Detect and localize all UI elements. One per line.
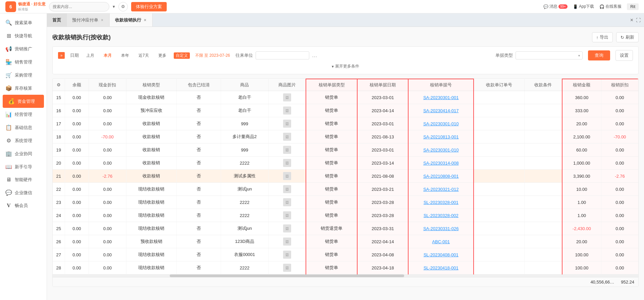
row-verify-type: 收款核销 [126,117,177,130]
row-verify-doc-no[interactable]: SL-20230328-002 [408,209,474,222]
export-button[interactable]: ↑ 导出 [592,32,613,42]
row-idx: 18 [53,130,65,143]
sidebar-item-finance[interactable]: 💰 资金管理 [3,95,44,108]
maximize-icon[interactable]: ⛶ [636,17,641,23]
row-verify-doc-no[interactable]: SA-20230331-026 [408,222,474,235]
page-content: 收款核销执行(按收款) ↑ 导出 ↻ 刷新 » 日期 上月 [47,27,644,300]
row-verify-doc-no[interactable]: SA-20210813-001 [408,130,474,143]
query-button[interactable]: 查询 [588,50,610,60]
row-verify-doc-no[interactable]: SA-20210808-001 [408,170,474,183]
search-input[interactable] [49,2,109,11]
scrollbar-thumb[interactable] [170,274,404,277]
sidebar-item-system[interactable]: ⚙ 系统管理 [0,134,47,147]
close-all-icon[interactable]: × [630,17,633,23]
row-verify-doc-no[interactable]: SA-20230301-001 [408,91,474,104]
partner-label: 往来单位 [235,52,253,58]
row-verify-doc-no[interactable]: SL-20230418-001 [408,261,474,274]
row-verify-doc-no[interactable]: SA-20230321-012 [408,183,474,196]
tab-receipt[interactable]: 收款核销执行 × [110,13,153,27]
tab-prepay[interactable]: 预付冲应付单 × [67,13,110,27]
row-verify-discount: 0.00 [601,104,638,117]
sidebar-item-purchase[interactable]: 🛒 采购管理 [0,69,47,82]
row-verify-type: 现结收款核销 [126,248,177,261]
row-verify-doc-no[interactable]: SA-20230414-017 [408,104,474,117]
row-verify-discount: 0.00 [601,196,638,209]
sidebar-item-member[interactable]: V 畅会员 [0,199,47,212]
partner-input[interactable] [256,51,309,59]
date-this-month-btn[interactable]: 本月 [102,52,114,59]
sidebar-item-search[interactable]: 🔍 搜索菜单 [0,16,47,29]
row-verify-doc-type: 销货单 [306,157,357,170]
trial-button[interactable]: 体验行业方案 [131,2,167,11]
user-avatar[interactable]: Rit [627,3,639,10]
app-download-btn[interactable]: 📱 App下载 [573,4,594,9]
col-verify-doc-no: 核销单据号 [408,79,474,91]
doc-type-input[interactable] [516,51,583,59]
row-verify-type: 收款核销 [126,170,177,183]
row-verify-doc-no[interactable]: SA-20230301-010 [408,143,474,157]
sidebar-item-wechat[interactable]: 💬 企业微信 [0,186,47,199]
settings-btn[interactable]: ⚙ [118,2,128,11]
home-icon: ⊞ [5,33,12,39]
date-custom-btn[interactable]: 自定义 [174,52,190,59]
table-row: 27 0.00 0.00 现结收款核销 否 衣服00001 🖼 销货单 2023… [53,248,638,261]
message-btn[interactable]: 💬 消息 99+ [543,4,568,9]
table-row: 24 0.00 0.00 现结收款核销 否 2222 🖼 销货单 2023-03… [53,209,638,222]
setting-button[interactable]: 设置 [615,50,633,61]
expand-more-button[interactable]: ▾ 展开更多条件 [58,62,633,71]
row-verify-doc-type: 销货单 [306,209,357,222]
goods-img-cell: 🖼 [268,222,306,235]
table-row: 22 0.00 0.00 现结收款核销 否 测试jun 🖼 销货单 2023-0… [53,183,638,196]
row-verify-doc-no[interactable]: SL-20230328-001 [408,196,474,209]
table-row: 17 0.00 0.00 收款核销 否 999 🖼 销货单 2023-03-01… [53,117,638,130]
table-row: 23 0.00 0.00 现结收款核销 否 2222 🖼 销货单 2023-03… [53,196,638,209]
date-more-btn[interactable]: 更多 [156,52,168,59]
filter-expand-button[interactable]: » [58,52,65,59]
sidebar-item-nav[interactable]: ⊞ 快捷导航 [0,29,47,42]
tab-home[interactable]: 首页 [47,13,67,27]
table-settings-col[interactable]: ⚙ [53,79,65,91]
row-balance: 0.00 [65,157,89,170]
sidebar-item-sales[interactable]: 🏪 销售管理 [0,55,47,69]
sidebar-item-hardware[interactable]: 🖥 智能硬件 [0,173,47,186]
tab-prepay-close[interactable]: × [100,17,104,23]
row-goods: 999 [221,143,268,157]
col-verify-type: 核销类型 [126,79,177,91]
row-verify-doc-no[interactable]: ABC-001 [408,235,474,248]
horizontal-scrollbar[interactable] [53,274,638,277]
tab-receipt-close[interactable]: × [143,17,147,23]
row-verify-doc-no[interactable]: SL-20230408-001 [408,248,474,261]
sidebar-item-guide[interactable]: 📖 新手引导 [0,160,47,173]
online-support-btn[interactable]: 🎧 在线客服 [599,4,622,9]
col-verify-amount: 核销金额 [562,79,601,91]
sidebar-item-basic[interactable]: 📋 基础信息 [0,121,47,134]
date-this-year-btn[interactable]: 本年 [119,52,131,59]
row-receipt-cond [525,196,562,209]
row-verify-doc-no[interactable]: SA-20230301-010 [408,117,474,130]
dropdown-btn[interactable]: ▾ [113,4,115,9]
row-verify-type: 现金收款核销 [126,91,177,104]
col-verify-doc-date: 核销单据日期 [357,79,409,91]
row-cash-discount: 0.00 [89,209,126,222]
chevron-down-icon: ▾ [332,64,334,69]
sidebar-item-corp[interactable]: 🏢 企业协同 [0,147,47,160]
sidebar-item-label: 新手引导 [15,164,32,170]
chevron-down-icon: ▾ [113,4,115,9]
sidebar-item-biz[interactable]: 📊 经营管理 [0,108,47,121]
row-goods: 多计量商品2 [221,130,268,143]
sidebar-item-marketing[interactable]: 📢 营销推广 [0,42,47,55]
row-include-settled: 否 [177,248,221,261]
goods-img-cell: 🖼 [268,196,306,209]
row-receipt-order-no [474,248,525,261]
refresh-button[interactable]: ↻ 刷新 [616,32,639,42]
row-include-settled: 否 [177,117,221,130]
row-verify-doc-date: 2023-03-21 [357,183,409,196]
date-7days-btn[interactable]: 近7天 [137,52,151,59]
date-last-month-btn[interactable]: 上月 [84,52,96,59]
tab-prepay-label: 预付冲应付单 [72,17,98,23]
sidebar-item-inventory[interactable]: 📦 库存核算 [0,82,47,95]
row-verify-doc-no[interactable]: SA-20230314-008 [408,157,474,170]
row-verify-amount: 60.00 [562,143,601,157]
data-table-container: ⚙ 余额 现金折扣 核销类型 包含已结清 商品 商品图片 核销单据类型 核销单据… [52,78,639,287]
table-footer: 40,556,66… 952.24 [53,277,638,287]
